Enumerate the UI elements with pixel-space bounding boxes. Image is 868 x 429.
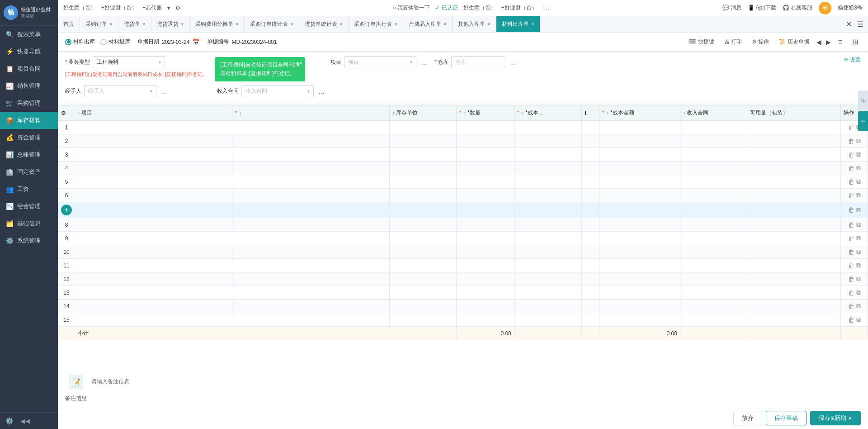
row-4-contract[interactable] xyxy=(680,162,747,175)
topbar-experience[interactable]: ○ 我要体验一下 xyxy=(393,4,430,12)
tooltip-close-btn[interactable]: × xyxy=(299,59,302,67)
row-1-amount[interactable] xyxy=(599,121,680,134)
row-3-contract[interactable] xyxy=(680,148,747,162)
topbar-nav-dropdown[interactable]: ▾ xyxy=(167,5,170,11)
topbar-message[interactable]: 💬 消息 xyxy=(722,4,741,12)
nav-prev-btn[interactable]: ◀ xyxy=(816,38,821,46)
row-9-contract[interactable] xyxy=(680,232,747,245)
row-copy-7[interactable]: ⧉ xyxy=(856,206,861,214)
topbar-more[interactable]: +… xyxy=(542,5,551,11)
tab-0[interactable]: 首页 xyxy=(58,16,80,32)
row-1-unit[interactable] xyxy=(389,121,456,134)
topbar-nav-settings[interactable]: ⚙ xyxy=(175,5,180,11)
row-15-project[interactable] xyxy=(75,313,232,327)
sidebar-item-sales[interactable]: 📈 销售管理 xyxy=(0,77,58,95)
row-1-contract[interactable] xyxy=(680,121,747,134)
topbar-app-download[interactable]: 📱 App下载 xyxy=(748,4,776,12)
project-select[interactable]: 项目 ▾ xyxy=(344,56,416,68)
row-5-material[interactable] xyxy=(232,175,389,189)
row-8-unit[interactable] xyxy=(389,218,456,232)
sidebar-item-inventory[interactable]: 📦 库存核算 xyxy=(0,112,58,129)
row-11-amount[interactable] xyxy=(599,259,680,272)
tab-close-5[interactable]: ✕ xyxy=(290,22,293,27)
row-delete-14[interactable]: 🗑 xyxy=(848,303,854,310)
sidebar-item-operations[interactable]: 📉 经营管理 xyxy=(0,198,58,215)
row-4-material[interactable] xyxy=(232,162,389,175)
row-3-cost[interactable] xyxy=(514,148,581,162)
row-8-cost[interactable] xyxy=(514,218,581,232)
tab-6[interactable]: 进货单统计表✕ xyxy=(299,16,349,32)
topbar-nav-haoshengyi[interactable]: 好生意（首） xyxy=(63,4,96,12)
row-15-cost[interactable] xyxy=(514,313,581,327)
row-11-qty[interactable] xyxy=(456,259,514,272)
row-7-cost[interactable] xyxy=(514,202,581,218)
row-delete-13[interactable]: 🗑 xyxy=(848,289,854,296)
row-delete-11[interactable]: 🗑 xyxy=(848,262,854,269)
row-8-contract[interactable] xyxy=(680,218,747,232)
row-7-qty[interactable] xyxy=(456,202,514,218)
row-14-unit[interactable] xyxy=(389,300,456,313)
warehouse-dots[interactable]: … xyxy=(510,59,516,66)
save-new-arrow[interactable]: ∧ xyxy=(848,415,852,421)
row-9-project[interactable] xyxy=(75,232,232,245)
row-1-material[interactable] xyxy=(232,121,389,134)
row-copy-3[interactable]: ⧉ xyxy=(856,151,861,158)
th-contract-sort[interactable]: ↕ xyxy=(683,110,685,115)
radio-material-out[interactable]: 材料出库 xyxy=(65,38,95,46)
row-copy-2[interactable]: ⧉ xyxy=(856,137,861,145)
row-9-material[interactable] xyxy=(232,232,389,245)
row-8-qty[interactable] xyxy=(456,218,514,232)
row-2-cost[interactable] xyxy=(514,134,581,148)
list-view-btn[interactable]: ≡ xyxy=(835,37,845,48)
row-copy-6[interactable]: ⧉ xyxy=(856,191,861,199)
print-btn[interactable]: 🖨 打印 xyxy=(722,37,745,47)
row-15-amount[interactable] xyxy=(599,313,680,327)
row-2-amount[interactable] xyxy=(599,134,680,148)
row-2-project[interactable] xyxy=(75,134,232,148)
row-8-amount[interactable] xyxy=(599,218,680,232)
row-6-amount[interactable] xyxy=(599,189,680,202)
tab-close-7[interactable]: ✕ xyxy=(394,22,397,27)
row-12-cost[interactable] xyxy=(514,272,581,286)
row-6-unit[interactable] xyxy=(389,189,456,202)
row-5-cost[interactable] xyxy=(514,175,581,189)
row-2-unit[interactable] xyxy=(389,134,456,148)
row-3-material[interactable] xyxy=(232,148,389,162)
row-11-material[interactable] xyxy=(232,259,389,272)
row-copy-4[interactable]: ⧉ xyxy=(856,164,861,172)
sidebar-item-search[interactable]: 🔍 搜索菜单 xyxy=(0,26,58,43)
history-btn[interactable]: 📜 历史单据 xyxy=(776,37,811,47)
row-11-unit[interactable] xyxy=(389,259,456,272)
operations-btn[interactable]: ⚙ 操作 xyxy=(749,37,772,47)
row-delete-7[interactable]: 🗑 xyxy=(848,206,854,214)
row-13-qty[interactable] xyxy=(456,286,514,300)
discard-button[interactable]: 放弃 xyxy=(733,411,762,425)
sidebar-item-capital[interactable]: 💰 资金管理 xyxy=(0,129,58,146)
row-7-unit[interactable] xyxy=(389,202,456,218)
row-5-project[interactable] xyxy=(75,175,232,189)
row-14-qty[interactable] xyxy=(456,300,514,313)
row-3-unit[interactable] xyxy=(389,148,456,162)
sidebar-item-project[interactable]: 📋 项目合同 xyxy=(0,60,58,77)
warehouse-select[interactable]: 仓库 xyxy=(451,56,505,68)
tab-close-1[interactable]: ✕ xyxy=(109,22,113,27)
sidebar-item-assets[interactable]: 🏢 固定资产 xyxy=(0,163,58,181)
row-2-qty[interactable] xyxy=(456,134,514,148)
table-settings-icon[interactable]: ⚙ xyxy=(61,110,66,116)
row-10-cost[interactable] xyxy=(514,245,581,259)
business-type-select[interactable]: 工程领料 ▾ xyxy=(93,56,165,68)
tab-9[interactable]: 其他入库单✕ xyxy=(453,16,496,32)
row-15-qty[interactable] xyxy=(456,313,514,327)
shortcut-key-btn[interactable]: ⌨ 快捷键 xyxy=(686,37,717,47)
tab-5[interactable]: 采购订单统计表✕ xyxy=(245,16,299,32)
calendar-icon[interactable]: 📅 xyxy=(192,38,200,46)
row-1-qty[interactable] xyxy=(456,121,514,134)
th-amount-sort[interactable]: ↕ xyxy=(607,110,609,115)
row-delete-5[interactable]: 🗑 xyxy=(848,178,854,186)
row-7-material-input[interactable] xyxy=(235,207,387,213)
row-6-contract[interactable] xyxy=(680,189,747,202)
row-2-contract[interactable] xyxy=(680,134,747,148)
topbar-nav-haoyecai[interactable]: +好业财（首） xyxy=(101,4,137,12)
nav-next-btn[interactable]: ▶ xyxy=(826,38,831,46)
row-4-amount[interactable] xyxy=(599,162,680,175)
